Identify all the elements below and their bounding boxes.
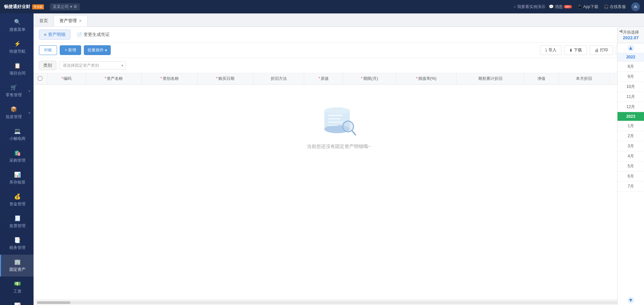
mobile-icon: 📱 — [577, 4, 582, 9]
month-item-aug[interactable]: 8月 — [618, 62, 644, 72]
wholesale-icon: 📦 — [10, 106, 17, 112]
scroll-thumb — [37, 301, 70, 304]
month-item-jan[interactable]: 1月 — [618, 121, 644, 131]
sidebar-item-fixed-assets[interactable]: 🏢 固定资产 — [0, 255, 34, 276]
purchase-icon: 🛍️ — [14, 150, 21, 156]
sidebar-item-retail[interactable]: 🛒 零售管理 ▾ — [0, 80, 34, 102]
user-avatar[interactable]: Ai — [631, 2, 640, 11]
print-button[interactable]: 🖨 打印 — [590, 45, 613, 55]
sidebar-label-salary: 工资 — [13, 289, 21, 294]
import-button[interactable]: ⤵ 导入 — [540, 45, 561, 55]
sidebar-label-purchase: 采购管理 — [9, 158, 25, 163]
tab-asset-mgmt[interactable]: 资产管理 ✕ — [54, 15, 88, 27]
sub-tab-asset-detail-label: 资产明细 — [48, 32, 65, 38]
month-item-mar[interactable]: 3月 — [618, 141, 644, 151]
import-label: 导入 — [548, 47, 556, 53]
empty-state: 当前您还没有固定资产明细哦~ — [34, 85, 644, 170]
month-nav-bottom: ▼ — [618, 296, 644, 305]
header-period-months: *期限(月) — [343, 73, 396, 85]
sidebar-item-operations[interactable]: 📈 经营管理 — [0, 298, 34, 305]
header-depreciation-method: 折旧方法 — [253, 73, 304, 85]
header-code: *编码 — [47, 73, 86, 85]
empty-illustration — [319, 105, 359, 138]
month-item-jun[interactable]: 6月 — [618, 171, 644, 182]
reconcile-button[interactable]: 对账 — [39, 45, 57, 55]
app-download-label: App下载 — [583, 4, 598, 10]
settings-icon[interactable]: ⚙ — [73, 4, 77, 9]
sidebar-label-ecommerce: 小畅电商 — [9, 136, 25, 142]
sidebar-item-project[interactable]: 📋 项目合同 — [0, 58, 34, 80]
bottom-scrollbar[interactable] — [34, 300, 644, 305]
doc-icon: 📄 — [77, 32, 82, 37]
sidebar-item-ecommerce[interactable]: 💻 小畅电商 — [0, 124, 34, 146]
sidebar-item-wholesale[interactable]: 📦 批发管理 ▾ — [0, 102, 34, 124]
header-net-value: 净值 — [524, 73, 558, 85]
month-item-sep[interactable]: 9月 — [618, 72, 644, 82]
batch-button[interactable]: 批量操作 ▾ — [84, 45, 111, 55]
header-original-value: *原值 — [304, 73, 343, 85]
sidebar-item-tax[interactable]: 📑 税务管理 — [0, 233, 34, 255]
sidebar-item-quick-nav[interactable]: ⚡ 快捷导航 — [0, 37, 34, 58]
download-button[interactable]: ⬇ 下载 — [564, 45, 587, 55]
sub-tab-change-voucher[interactable]: 📄 变更生成凭证 — [72, 30, 115, 40]
tabs-bar: 首页 资产管理 ✕ — [34, 13, 644, 27]
online-service-button[interactable]: 🎧 在线客服 — [604, 4, 626, 10]
arrow-icon: ▾ — [29, 89, 30, 93]
toolbar: 对账 + 新增 批量操作 ▾ ⤵ 导入 ⬇ 下载 🖨 打印 — [34, 43, 644, 58]
scroll-track — [37, 301, 641, 304]
invoice-icon: 🧾 — [14, 215, 21, 221]
select-all-checkbox[interactable] — [38, 76, 42, 81]
avatar-initials: Ai — [634, 5, 637, 9]
message-button[interactable]: 💬 消息 99+ — [549, 4, 572, 10]
svg-rect-6 — [328, 121, 342, 123]
sub-tab-asset-detail[interactable]: ≡ 资产明细 — [39, 30, 70, 40]
month-item-may[interactable]: 5月 — [618, 161, 644, 171]
sidebar-item-finance[interactable]: 💰 资金管理 — [0, 189, 34, 211]
month-item-nov[interactable]: 11月 — [618, 92, 644, 102]
month-item-apr[interactable]: 4月 — [618, 151, 644, 161]
sidebar-label-retail: 零售管理 — [6, 92, 22, 98]
tab-close-icon[interactable]: ✕ — [79, 19, 82, 23]
download-label: 下载 — [574, 47, 582, 53]
tab-asset-mgmt-label: 资产管理 — [59, 18, 77, 24]
header-residual-rate: *残值率(%) — [396, 73, 457, 85]
demo-text: 我要看实例演示 — [517, 4, 545, 10]
sidebar-item-inventory[interactable]: 📊 库存核算 — [0, 167, 34, 189]
demo-link[interactable]: ○ 我要看实例演示 — [514, 4, 545, 10]
month-panel-close-icon[interactable]: ◀ — [619, 28, 623, 34]
month-panel: ◀ 月份选择 2022.07 ▲ 2022 8月 9月 10月 11月 12月 — [617, 27, 644, 305]
month-item-oct[interactable]: 10月 — [618, 82, 644, 92]
batch-label: 批量操作 — [88, 47, 104, 53]
sidebar-item-purchase[interactable]: 🛍️ 采购管理 — [0, 146, 34, 167]
sidebar-label-tax: 税务管理 — [9, 245, 25, 251]
tab-home[interactable]: 首页 — [34, 15, 54, 27]
message-label: 消息 — [555, 4, 563, 10]
retail-icon: 🛒 — [10, 84, 17, 91]
company-selector[interactable]: 某某公司 ▾ ⚙ — [50, 3, 80, 10]
empty-text: 当前您还没有固定资产明细哦~ — [307, 144, 371, 150]
empty-svg-illustration — [319, 105, 359, 138]
tab-home-label: 首页 — [39, 18, 48, 24]
app-download-button[interactable]: 📱 App下载 — [577, 4, 598, 10]
month-item-feb[interactable]: 2月 — [618, 131, 644, 141]
sidebar-item-invoice[interactable]: 🧾 发票管理 — [0, 211, 34, 233]
sidebar-item-salary[interactable]: 💵 工资 — [0, 276, 34, 298]
header-monthly-depreciation: 本月折旧 — [558, 73, 609, 85]
message-badge: 99+ — [564, 5, 572, 8]
assets-table: *编码 *资产名称 *类别名称 *购买日期 折旧方法 *原值 *期限(月) *残… — [34, 73, 644, 85]
search-icon: 🔍 — [14, 19, 21, 25]
project-icon: 📋 — [14, 62, 21, 69]
header-checkbox-col — [34, 73, 47, 85]
month-nav-down[interactable]: ▼ — [628, 297, 634, 304]
month-item-jul[interactable]: 7月 — [618, 182, 644, 192]
month-item-dec[interactable]: 12月 — [618, 102, 644, 112]
add-button[interactable]: + 新增 — [60, 45, 81, 55]
topbar: 畅捷通好业财 专业版 某某公司 ▾ ⚙ ○ 我要看实例演示 💬 消息 99+ 📱… — [0, 0, 644, 13]
month-panel-current: 2022.07 — [619, 35, 643, 40]
month-list: 2022 8月 9月 10月 11月 12月 2023 1月 2月 3月 4月 … — [618, 53, 644, 296]
sidebar-label-search: 搜索菜单 — [9, 27, 25, 33]
month-nav-up[interactable]: ▲ — [628, 45, 634, 51]
category-select[interactable]: 请选择固定资产类别 — [59, 61, 126, 69]
app-name: 畅捷通好业财 — [4, 4, 30, 10]
sidebar-item-search[interactable]: 🔍 搜索菜单 — [0, 15, 34, 37]
